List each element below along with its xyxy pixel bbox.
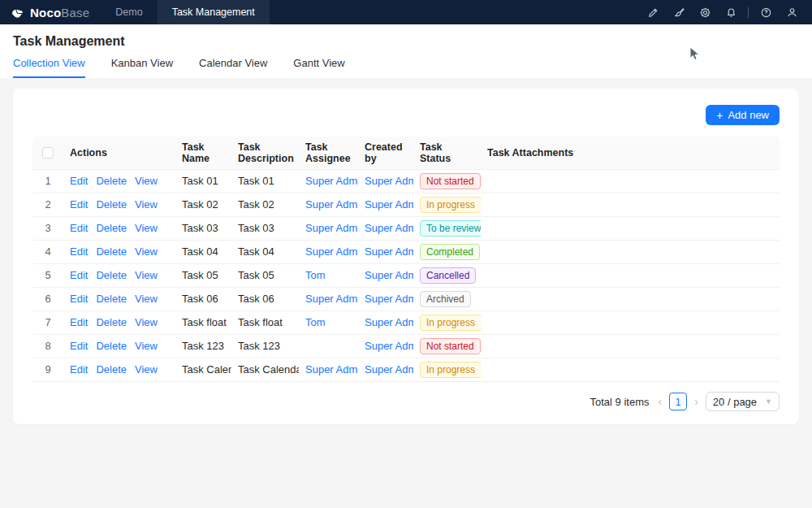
pagination-total: Total 9 items (590, 396, 650, 408)
help-icon[interactable] (757, 3, 775, 21)
task-description-cell: Task 01 (231, 170, 299, 193)
navbar-menu: Demo Task Management (101, 0, 269, 24)
task-description-cell: Task 05 (231, 264, 299, 288)
created-by-link[interactable]: Super Admin (365, 316, 413, 328)
row-index: 2 (32, 193, 63, 217)
view-link[interactable]: View (135, 245, 158, 258)
view-link[interactable]: View (135, 198, 158, 211)
collection-card: + Add new Actions Task Name Task Descrip… (13, 89, 799, 424)
row-actions: EditDeleteView (63, 193, 175, 217)
task-assignee-link[interactable]: Super Admin (305, 245, 358, 258)
edit-link[interactable]: Edit (70, 245, 88, 258)
tab-kanban-view[interactable]: Kanban View (111, 57, 173, 78)
task-assignee-link[interactable]: Super Admin (305, 222, 358, 234)
created-by-link[interactable]: Super Admin (365, 245, 413, 258)
status-badge: In progress (420, 197, 481, 213)
delete-link[interactable]: Delete (96, 269, 127, 281)
row-index: 5 (32, 264, 63, 288)
delete-link[interactable]: Delete (96, 340, 127, 352)
delete-link[interactable]: Delete (96, 245, 127, 258)
task-attachments-cell (481, 311, 780, 335)
task-attachments-cell (481, 170, 780, 193)
task-description-cell: Task 02 (231, 193, 299, 217)
pagination-next-icon[interactable]: › (694, 396, 698, 407)
pagination-prev-icon[interactable]: ‹ (659, 396, 663, 407)
edit-link[interactable]: Edit (70, 269, 88, 281)
brush-icon[interactable] (670, 3, 688, 21)
created-by-link[interactable]: Super Admin (365, 198, 413, 211)
task-description-cell: Task 03 (231, 217, 299, 241)
row-actions: EditDeleteView (63, 311, 175, 335)
view-link[interactable]: View (135, 363, 158, 376)
view-link[interactable]: View (135, 340, 158, 352)
select-all-checkbox[interactable] (42, 147, 54, 158)
edit-link[interactable]: Edit (70, 293, 88, 305)
col-task-description: Task Description (231, 137, 299, 170)
created-by-link[interactable]: Super Admin (365, 175, 413, 187)
task-assignee-link[interactable]: Super Admin (305, 363, 358, 376)
highlighter-icon[interactable] (644, 3, 662, 21)
view-link[interactable]: View (135, 269, 158, 281)
task-assignee-link[interactable]: Super Admin (305, 198, 358, 211)
edit-link[interactable]: Edit (70, 222, 88, 234)
task-assignee-link[interactable]: Super Admin (305, 175, 358, 187)
created-by-link[interactable]: Super Admin (365, 222, 413, 234)
row-actions: EditDeleteView (63, 358, 175, 382)
edit-link[interactable]: Edit (70, 363, 88, 376)
col-task-assignee: Task Assignee (299, 137, 358, 170)
delete-link[interactable]: Delete (96, 175, 127, 187)
page-size-select[interactable]: 20 / page ▼ (706, 392, 780, 411)
created-by-link: Super Admin (358, 288, 413, 311)
status-badge: Cancelled (420, 267, 476, 284)
add-new-button[interactable]: + Add new (706, 105, 780, 125)
task-description-cell: Task float (231, 311, 299, 335)
delete-link[interactable]: Delete (96, 363, 127, 376)
created-by-link[interactable]: Super Admin (365, 293, 413, 305)
pagination-page-1[interactable]: 1 (669, 393, 687, 410)
edit-link[interactable]: Edit (70, 175, 88, 187)
task-status-cell: Not started (413, 170, 481, 193)
created-by-link: Super Admin (358, 311, 413, 335)
task-assignee-link: Super Admin (299, 358, 358, 382)
view-link[interactable]: View (135, 316, 158, 328)
view-link[interactable]: View (135, 293, 158, 305)
edit-link[interactable]: Edit (70, 198, 88, 211)
delete-link[interactable]: Delete (96, 316, 127, 328)
delete-link[interactable]: Delete (96, 293, 127, 305)
delete-link[interactable]: Delete (96, 222, 127, 234)
status-badge: Not started (420, 338, 481, 354)
row-index: 7 (32, 311, 63, 335)
task-assignee-link[interactable]: Tom (305, 269, 326, 281)
navbar-item-demo[interactable]: Demo (101, 0, 157, 24)
nocobase-logo[interactable]: NocoBase (0, 0, 101, 24)
row-index: 1 (32, 170, 63, 193)
user-icon[interactable] (783, 3, 801, 21)
task-status-cell: In progress (413, 358, 481, 382)
created-by-link[interactable]: Super Admin (365, 269, 413, 281)
navbar-item-task-management[interactable]: Task Management (158, 0, 270, 24)
col-actions: Actions (63, 137, 175, 170)
row-actions: EditDeleteView (63, 241, 175, 264)
row-index: 8 (32, 335, 63, 358)
task-attachments-cell (481, 264, 780, 288)
tab-calendar-view[interactable]: Calendar View (199, 57, 267, 78)
task-assignee-link[interactable]: Super Admin (305, 293, 358, 305)
edit-link[interactable]: Edit (70, 340, 88, 352)
created-by-link[interactable]: Super Admin (365, 363, 413, 376)
navbar-spacer (270, 0, 644, 24)
table-row: 6EditDeleteViewTask 06Task 06Super Admin… (32, 288, 780, 311)
delete-link[interactable]: Delete (96, 198, 127, 211)
edit-link[interactable]: Edit (70, 316, 88, 328)
tab-collection-view[interactable]: Collection View (13, 57, 85, 78)
tab-gantt-view[interactable]: Gantt View (293, 57, 344, 78)
col-task-status: Task Status (413, 137, 481, 170)
gear-icon[interactable] (696, 3, 714, 21)
task-assignee-link[interactable]: Tom (305, 316, 326, 328)
row-actions: EditDeleteView (63, 335, 175, 358)
bell-icon[interactable] (722, 3, 740, 21)
created-by-link[interactable]: Super Admin (365, 340, 413, 352)
pagination: Total 9 items ‹ 1 › 20 / page ▼ (32, 392, 780, 411)
view-link[interactable]: View (135, 175, 158, 187)
row-index: 9 (32, 358, 63, 382)
view-link[interactable]: View (135, 222, 158, 234)
